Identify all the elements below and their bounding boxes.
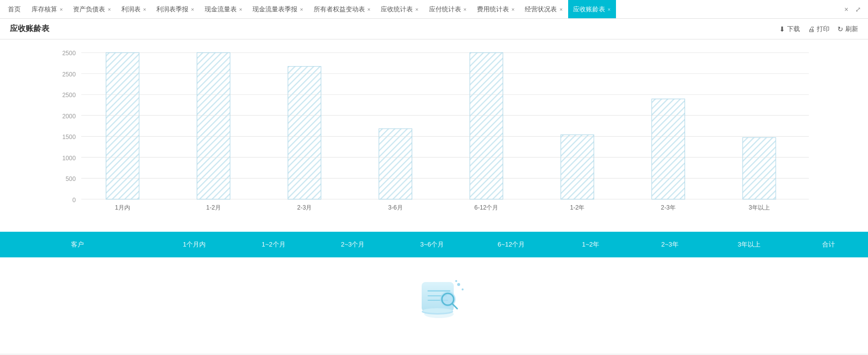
svg-text:1-2年: 1-2年 [570,204,585,211]
page-title: 应收账龄表 [10,24,49,34]
refresh-button[interactable]: ↻ 刷新 [837,25,858,34]
th-total: 合计 [789,240,868,249]
tab-cashflow[interactable]: 现金流量表 × [200,0,248,19]
empty-icon [409,272,459,312]
empty-state [0,257,868,312]
th-3plus-year: 3年以上 [710,240,789,249]
tab-ar-aging-close[interactable]: × [608,6,611,12]
th-2-3month: 2~3个月 [313,240,393,249]
svg-text:2500: 2500 [62,71,75,78]
svg-text:3年以上: 3年以上 [749,204,770,211]
tab-profit-quarterly[interactable]: 利润表季报 × [151,0,199,19]
svg-point-36 [457,283,460,286]
bar-3 [288,67,321,199]
tab-profit-close[interactable]: × [143,6,146,12]
tab-ap-stats[interactable]: 应付统计表 × [424,0,472,19]
refresh-icon: ↻ [837,25,843,33]
svg-point-29 [423,308,452,313]
tab-business-label: 经营状况表 [525,5,557,14]
bar-4 [379,129,412,199]
svg-text:2-3月: 2-3月 [297,204,312,211]
y-axis: 2500 2500 2500 2000 1500 1000 500 0 [62,50,809,203]
tab-profit-label: 利润表 [121,5,141,14]
tab-expense-stats-label: 费用统计表 [477,5,509,14]
svg-point-38 [455,280,457,282]
svg-text:1500: 1500 [62,134,75,141]
bar-1 [106,53,139,199]
tab-profit[interactable]: 利润表 × [116,0,151,19]
bar-7 [651,99,685,199]
print-icon: 🖨 [808,25,815,33]
tab-balance-close[interactable]: × [108,6,110,12]
tab-ar-aging[interactable]: 应收账龄表 × [568,0,616,19]
tab-expense-stats[interactable]: 费用统计表 × [472,0,520,19]
aging-chart: 2500 2500 2500 2000 1500 1000 500 0 [10,44,858,232]
download-button[interactable]: ⬇ 下载 [779,25,800,34]
svg-text:1月内: 1月内 [115,204,130,211]
tab-inventory[interactable]: 库存核算 × [27,0,68,19]
tab-cashflow-quarterly-close[interactable]: × [300,6,303,12]
tab-profit-quarterly-label: 利润表季报 [156,5,188,14]
svg-text:2000: 2000 [62,113,75,120]
download-label: 下载 [787,25,800,34]
th-6-12month: 6~12个月 [471,240,551,249]
tab-equity-label: 所有者权益变动表 [314,5,365,14]
svg-text:3-6月: 3-6月 [388,204,403,211]
tab-profit-quarterly-close[interactable]: × [191,6,194,12]
window-controls: × ⤢ [838,5,866,13]
window-close-button[interactable]: × [842,5,850,13]
window-maximize-button[interactable]: ⤢ [854,5,862,13]
tab-ar-aging-label: 应收账龄表 [573,5,605,14]
header-actions: ⬇ 下载 🖨 打印 ↻ 刷新 [779,25,858,34]
table-header: 客户 1个月内 1~2个月 2~3个月 3~6个月 6~12个月 1~2年 2~… [0,232,868,257]
svg-text:1000: 1000 [62,155,75,162]
tab-equity[interactable]: 所有者权益变动表 × [309,0,376,19]
svg-text:2500: 2500 [62,50,75,57]
main-content: 2500 2500 2500 2000 1500 1000 500 0 [0,39,868,354]
page-header: 应收账龄表 ⬇ 下载 🖨 打印 ↻ 刷新 [0,19,868,39]
tab-balance-label: 资产负债表 [73,5,105,14]
svg-text:2500: 2500 [62,92,75,99]
tab-ar-stats[interactable]: 应收统计表 × [376,0,424,19]
tab-business[interactable]: 经营状况表 × [520,0,568,19]
tab-cashflow-close[interactable]: × [239,6,242,12]
tab-cashflow-label: 现金流量表 [205,5,237,14]
bar-8 [743,138,776,199]
chart-area: 2500 2500 2500 2000 1500 1000 500 0 [0,39,868,232]
print-label: 打印 [817,25,830,34]
tab-expense-stats-close[interactable]: × [511,6,514,12]
tab-ap-stats-close[interactable]: × [464,6,467,12]
th-1-2year: 1~2年 [551,240,630,249]
th-3-6month: 3~6个月 [393,240,472,249]
print-button[interactable]: 🖨 打印 [808,25,830,34]
th-1-2month: 1~2个月 [234,240,313,249]
svg-text:2-3年: 2-3年 [661,204,676,211]
tab-cashflow-quarterly-label: 现金流量表季报 [253,5,297,14]
tab-inventory-close[interactable]: × [60,6,63,12]
svg-text:1-2月: 1-2月 [206,204,221,211]
svg-point-37 [462,288,464,290]
svg-text:500: 500 [66,176,76,182]
tab-balance[interactable]: 资产负债表 × [68,0,116,19]
tab-ar-stats-label: 应收统计表 [381,5,413,14]
refresh-label: 刷新 [845,25,858,34]
tab-ap-stats-label: 应付统计表 [429,5,461,14]
th-customer: 客户 [0,240,154,249]
tab-equity-close[interactable]: × [367,6,370,12]
tab-home[interactable]: 首页 [2,5,27,14]
th-2-3year: 2~3年 [630,240,710,249]
tab-bar: 首页 库存核算 × 资产负债表 × 利润表 × 利润表季报 × 现金流量表 × … [0,0,868,19]
tab-ar-stats-close[interactable]: × [415,6,418,12]
bar-5 [470,53,503,199]
tab-business-close[interactable]: × [559,6,562,12]
th-1month: 1个月内 [154,240,234,249]
tab-inventory-label: 库存核算 [32,5,57,14]
svg-text:0: 0 [72,197,76,204]
bar-2 [197,53,230,199]
empty-illustration [409,272,469,321]
tab-cashflow-quarterly[interactable]: 现金流量表季报 × [248,0,308,19]
bar-6 [561,135,594,199]
svg-text:6-12个月: 6-12个月 [474,204,499,211]
x-axis: 1月内 1-2月 2-3月 3-6月 6-12个月 1-2年 2-3年 3年以上 [115,204,770,211]
download-icon: ⬇ [779,25,785,33]
